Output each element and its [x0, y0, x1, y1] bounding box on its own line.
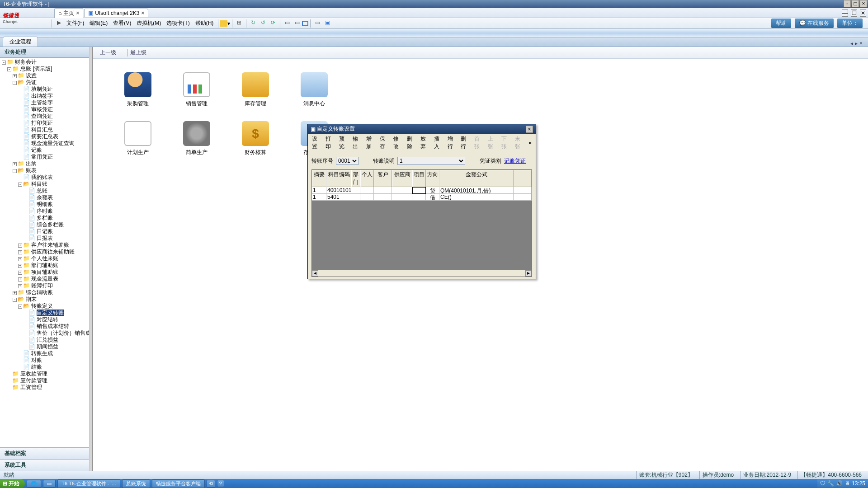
- menu-edit[interactable]: 编辑(E): [87, 19, 110, 28]
- tree-toggle-icon[interactable]: -: [2, 61, 6, 65]
- tree-node[interactable]: 📄 期间损益: [1, 343, 89, 350]
- toolbar-icon[interactable]: ▭: [312, 19, 322, 28]
- tree-node[interactable]: -📂 期末: [1, 296, 89, 303]
- col-project[interactable]: 项目: [412, 170, 426, 187]
- tree-node[interactable]: 📄 余额表: [1, 194, 89, 201]
- tray-icon[interactable]: 🛡: [820, 480, 826, 487]
- menu-file[interactable]: 文件(F): [64, 19, 87, 28]
- tree-toggle-icon[interactable]: -: [13, 81, 17, 85]
- tree-node[interactable]: +📁 项目辅助账: [1, 269, 89, 276]
- tree-node[interactable]: 📄 科目汇总: [1, 127, 89, 133]
- tree-toggle-icon[interactable]: +: [18, 250, 22, 254]
- tray-icon[interactable]: 🖥: [844, 480, 850, 487]
- taskbar-item[interactable]: 总账系统: [122, 479, 150, 488]
- tree-node[interactable]: 📄 摘要汇总表: [1, 133, 89, 140]
- toolbar-button[interactable]: 增行: [445, 135, 458, 151]
- tree-toggle-icon[interactable]: +: [18, 264, 22, 268]
- tree-node[interactable]: 📁 应收款管理: [1, 371, 89, 377]
- tree-node[interactable]: 📁 工资管理: [1, 384, 89, 391]
- tree-node[interactable]: 📄 总账: [1, 188, 89, 194]
- col-account[interactable]: 科目编码: [326, 170, 351, 187]
- help-link[interactable]: 帮助: [771, 19, 791, 28]
- col-extra[interactable]: [514, 170, 532, 187]
- module-tile[interactable]: 消息中心: [287, 72, 341, 108]
- module-tile[interactable]: 销售管理: [170, 72, 224, 108]
- tree-node[interactable]: 📄 转账生成: [1, 350, 89, 357]
- toolbar-button[interactable]: 修改: [391, 135, 404, 151]
- toolbar-button[interactable]: 预览: [337, 135, 349, 151]
- inner-restore-button[interactable]: ❐: [851, 9, 857, 17]
- tree-node[interactable]: 📄 结账: [1, 364, 89, 371]
- fullscreen-icon[interactable]: [302, 21, 308, 26]
- tree-node[interactable]: 📄 查询凭证: [1, 113, 89, 120]
- splitter[interactable]: [90, 47, 93, 471]
- start-button[interactable]: ⊞ 开始: [0, 479, 25, 488]
- scroll-track[interactable]: [318, 270, 525, 277]
- tree-toggle-icon[interactable]: -: [7, 67, 11, 71]
- toolbar-icon[interactable]: ↺: [258, 19, 268, 28]
- toolbar-button[interactable]: 输出: [350, 135, 363, 151]
- col-person[interactable]: 个人: [360, 170, 374, 187]
- tree-node[interactable]: 📄 审核凭证: [1, 106, 89, 113]
- toolbar-button[interactable]: 增加: [364, 135, 377, 151]
- tab-vm[interactable]: ▣Ufsoft chanjet 2K3×: [84, 9, 148, 17]
- scroll-right-icon[interactable]: ▸: [525, 270, 532, 277]
- tray-icon[interactable]: 🔧: [827, 480, 834, 487]
- menu-tabs[interactable]: 选项卡(T): [164, 19, 192, 28]
- tree-node[interactable]: 📁 应付款管理: [1, 377, 89, 384]
- tree-node[interactable]: +📁 部门辅助账: [1, 262, 89, 269]
- tree-node[interactable]: 📄 现金流量凭证查询: [1, 140, 89, 147]
- taskbar-icon[interactable]: ⟲: [207, 480, 215, 488]
- tray-clock[interactable]: 13:25: [852, 480, 865, 487]
- tree-node[interactable]: +📁 现金流量表: [1, 276, 89, 282]
- tree-node[interactable]: -📂 凭证: [1, 79, 89, 86]
- dialog-close-button[interactable]: ×: [526, 126, 533, 133]
- online-service-link[interactable]: 💬 在线服务: [795, 19, 834, 28]
- toolbar-icon[interactable]: ▭: [282, 19, 292, 28]
- max-button[interactable]: □: [852, 0, 859, 7]
- tree-node[interactable]: +📁 个人往来账: [1, 255, 89, 262]
- breadcrumb-up[interactable]: 上一级: [100, 49, 116, 56]
- tree-node[interactable]: 📄 记账: [1, 147, 89, 154]
- menu-help[interactable]: 帮助(H): [193, 19, 217, 28]
- tree-node[interactable]: 📄 对账: [1, 357, 89, 364]
- module-tile[interactable]: 计划生产: [111, 121, 165, 156]
- table-row[interactable]: 15401借CE(): [312, 194, 532, 201]
- tree-node[interactable]: 📄 填制凭证: [1, 86, 89, 93]
- toolbar-icon[interactable]: ⟳: [268, 19, 278, 28]
- module-tile[interactable]: 简单生产: [170, 121, 224, 156]
- tree-toggle-icon[interactable]: +: [18, 277, 22, 282]
- tray-icon[interactable]: 🔊: [836, 480, 843, 487]
- toolbar-icon[interactable]: ▣: [322, 19, 332, 28]
- toolbar-icon[interactable]: ↻: [248, 19, 258, 28]
- tree-node[interactable]: 📄 自定义转账: [1, 310, 89, 316]
- tree-toggle-icon[interactable]: +: [13, 291, 17, 295]
- tree-toggle-icon[interactable]: +: [18, 271, 22, 275]
- tree-node[interactable]: 📄 序时账: [1, 208, 89, 215]
- toolbar-button[interactable]: 打印: [323, 135, 336, 151]
- breadcrumb-top[interactable]: 最上级: [127, 49, 146, 56]
- toolbar-icon[interactable]: [220, 20, 227, 27]
- toolbar-button[interactable]: 保存: [377, 135, 390, 151]
- tree-toggle-icon[interactable]: -: [13, 298, 17, 302]
- tab-home[interactable]: ⌂主页×: [54, 8, 83, 18]
- nav-next-icon[interactable]: ▸: [855, 40, 859, 47]
- toolbar-button[interactable]: 设置: [310, 135, 322, 151]
- inner-min-button[interactable]: —: [842, 9, 848, 17]
- menu-vm[interactable]: 虚拟机(M): [134, 19, 164, 28]
- tree-node[interactable]: -📂 转账定义: [1, 303, 89, 310]
- sidebar-section-basic[interactable]: 基础档案: [0, 447, 89, 459]
- min-button[interactable]: -: [844, 0, 851, 7]
- tree-node[interactable]: +📁 出纳: [1, 160, 89, 167]
- tree-toggle-icon[interactable]: +: [18, 257, 22, 261]
- toolbar-button[interactable]: 删行: [458, 135, 471, 151]
- dialog-titlebar[interactable]: ▣ 自定义转账设置 ×: [308, 124, 536, 134]
- tree-node[interactable]: -📂 账表: [1, 167, 89, 174]
- toolbar-icon[interactable]: ⊞: [234, 19, 244, 28]
- col-summary[interactable]: 摘要: [312, 170, 326, 187]
- tab-close-icon[interactable]: ×: [76, 10, 79, 16]
- tree-node[interactable]: 📄 日报表: [1, 235, 89, 242]
- toolbar-button[interactable]: 放弃: [418, 135, 431, 151]
- tree-node[interactable]: 📄 对应结转: [1, 316, 89, 323]
- module-tile[interactable]: 采购管理: [111, 72, 165, 108]
